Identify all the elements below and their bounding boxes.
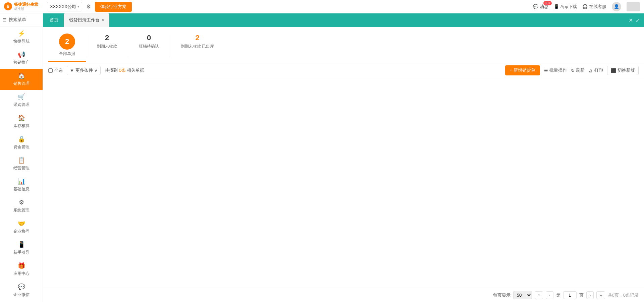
print-label: 打印: [594, 67, 603, 73]
search-icon: ☰: [3, 17, 7, 22]
print-icon: 🖨: [589, 68, 593, 73]
stat-overdue-value: 2: [105, 34, 109, 42]
basic-info-icon: 📊: [18, 178, 25, 185]
main-layout: ☰ 搜索菜单 ⚡ 快捷导航 📢 营销推广 🏠 销售管理 🛒 采购管理 🏠 库存核…: [0, 13, 644, 302]
sidebar-label-guide: 新手引导: [13, 250, 30, 255]
found-prefix: 共找到: [105, 68, 118, 73]
guide-icon: 📱: [18, 241, 25, 248]
sidebar-item-operation[interactable]: 📋 经营管理: [0, 153, 43, 174]
filter-label: 更多条件: [75, 67, 93, 73]
sidebar-item-guide[interactable]: 📱 新手引导: [0, 238, 43, 259]
marketing-icon: 📢: [18, 51, 25, 58]
stats-tabs: 2 全部单据 2 到期未收款 0 旺铺待确认 2 到期未收款 已出库: [43, 27, 644, 62]
page-last-btn[interactable]: »: [596, 291, 605, 299]
app-center-icon: 🎁: [18, 262, 25, 269]
sidebar: ☰ 搜索菜单 ⚡ 快捷导航 📢 营销推广 🏠 销售管理 🛒 采购管理 🏠 库存核…: [0, 13, 43, 302]
stat-tab-pending[interactable]: 0 旺铺待确认: [128, 31, 170, 62]
company-name: XXXXXX公司: [50, 4, 76, 10]
tab-home-label: 首页: [50, 17, 58, 23]
top-header: 6 畅捷通好生意 标准版 XXXXXX公司 ▾ ⚙ 体验行业方案 💬 消息 99…: [0, 0, 644, 13]
tab-close-icon[interactable]: ×: [102, 18, 104, 22]
stat-shipped-value: 2: [196, 34, 200, 42]
filter-icon: ▼: [70, 68, 74, 73]
filter-btn[interactable]: ▼ 更多条件 ∨: [67, 66, 101, 75]
company-selector[interactable]: XXXXXX公司 ▾: [47, 2, 82, 11]
refresh-label: 刷新: [576, 67, 585, 73]
user-profile-area[interactable]: [627, 2, 640, 11]
sidebar-item-marketing[interactable]: 📢 营销推广: [0, 48, 43, 69]
select-all-label: 全选: [54, 67, 63, 73]
trial-btn[interactable]: 体验行业方案: [95, 2, 132, 12]
settings-icon[interactable]: ⚙: [85, 2, 92, 11]
stat-pending-label: 旺铺待确认: [139, 44, 159, 49]
batch-ops-btn[interactable]: ☰ 批量操作: [544, 67, 567, 73]
select-all-checkbox-label[interactable]: 全选: [48, 67, 63, 73]
sidebar-item-enterprise[interactable]: 🤝 企业协同: [0, 217, 43, 238]
toolbar-right: + 新增销货单 ☰ 批量操作 ↻ 刷新 🖨 打印 ⬛: [505, 65, 639, 75]
avatar[interactable]: 👤: [612, 2, 621, 11]
filter-chevron-icon: ∨: [94, 68, 98, 73]
sidebar-item-sales[interactable]: 🏠 销售管理: [0, 69, 43, 90]
sidebar-item-quick-nav[interactable]: ⚡ 快捷导航: [0, 26, 43, 48]
per-page-label: 每页显示: [493, 292, 511, 298]
logo-icon: 6: [4, 2, 12, 10]
avatar-icon: 👤: [614, 4, 619, 9]
sidebar-search-btn[interactable]: ☰ 搜索菜单: [0, 13, 43, 26]
stat-tab-all[interactable]: 2 全部单据: [48, 31, 86, 62]
quick-nav-icon: ⚡: [18, 30, 25, 37]
toolbar: 全选 ▼ 更多条件 ∨ 共找到 0条 相关单据 + 新增销货单 ☰ 批量操作: [43, 62, 644, 79]
sidebar-item-basic-info[interactable]: 📊 基础信息: [0, 174, 43, 195]
pagination: 每页显示 50 20 100 « ‹ 第 页 › » 共0页，0条记录: [43, 288, 644, 302]
print-btn[interactable]: 🖨 打印: [589, 67, 603, 73]
page-next-btn[interactable]: ›: [586, 291, 594, 299]
refresh-icon: ↻: [571, 68, 575, 73]
sidebar-label-operation: 经营管理: [13, 165, 30, 171]
page-prev-btn[interactable]: ‹: [546, 291, 553, 299]
tab-workbench-label: 钱货日清工作台: [69, 17, 100, 23]
sidebar-item-finance[interactable]: 🔒 资金管理: [0, 132, 43, 153]
messages-btn[interactable]: 💬 消息 99+: [533, 4, 548, 10]
stat-tab-overdue[interactable]: 2 到期未收款: [86, 31, 128, 62]
wechat-icon: 💬: [18, 283, 25, 291]
service-icon: 🎧: [582, 4, 588, 9]
sidebar-items: ⚡ 快捷导航 📢 营销推广 🏠 销售管理 🛒 采购管理 🏠 库存核算 🔒 资金管…: [0, 26, 43, 302]
online-service-btn[interactable]: 🎧 在线客服: [582, 4, 606, 10]
tab-maximize-icon[interactable]: ⤢: [636, 17, 640, 23]
header-right: 💬 消息 99+ 📱 App下载 🎧 在线客服 👤: [533, 2, 640, 11]
sidebar-label-enterprise: 企业协同: [13, 229, 30, 234]
app-subtitle: 标准版: [14, 7, 38, 11]
sidebar-item-wechat[interactable]: 💬 企业微信: [0, 280, 43, 301]
switch-version-btn[interactable]: ⬛ 切换新版: [607, 66, 639, 75]
per-page-select[interactable]: 50 20 100: [513, 291, 532, 299]
sidebar-label-basic-info: 基础信息: [13, 186, 30, 192]
sales-icon: 🏠: [18, 72, 25, 79]
stat-tab-shipped[interactable]: 2 到期未收款 已出库: [170, 31, 225, 62]
stat-overdue-label: 到期未收款: [97, 44, 117, 49]
sidebar-item-purchase[interactable]: 🛒 采购管理: [0, 90, 43, 111]
page-first-btn[interactable]: «: [535, 291, 543, 299]
found-text: 共找到 0条 相关单据: [105, 67, 144, 73]
tab-minimize-icon[interactable]: ✕: [629, 17, 633, 23]
sidebar-item-system[interactable]: ⚙ 系统管理: [0, 195, 43, 217]
stat-shipped-label: 到期未收款 已出库: [181, 44, 214, 49]
tab-home[interactable]: 首页: [44, 13, 64, 27]
page-label-2: 页: [579, 292, 584, 298]
page-label: 第: [556, 292, 560, 298]
sidebar-item-inventory[interactable]: 🏠 库存核算: [0, 111, 43, 132]
select-all-checkbox[interactable]: [48, 68, 53, 73]
add-sales-btn[interactable]: + 新增销货单: [505, 65, 540, 75]
logo-area: 6 畅捷通好生意 标准版: [4, 2, 47, 11]
stat-pending-value: 0: [147, 34, 151, 42]
switch-label: 切换新版: [618, 67, 635, 73]
finance-icon: 🔒: [18, 135, 25, 143]
sidebar-label-app-center: 应用中心: [13, 271, 30, 277]
found-suffix: 相关单据: [127, 68, 144, 73]
refresh-btn[interactable]: ↻ 刷新: [571, 67, 585, 73]
page-input[interactable]: [563, 291, 577, 299]
app-download-btn[interactable]: 📱 App下载: [554, 4, 577, 10]
sidebar-label-marketing: 营销推广: [13, 60, 30, 65]
sidebar-item-app-center[interactable]: 🎁 应用中心: [0, 259, 43, 280]
operation-icon: 📋: [18, 157, 25, 164]
tab-workbench[interactable]: 钱货日清工作台 ×: [64, 13, 109, 27]
purchase-icon: 🛒: [18, 93, 25, 101]
